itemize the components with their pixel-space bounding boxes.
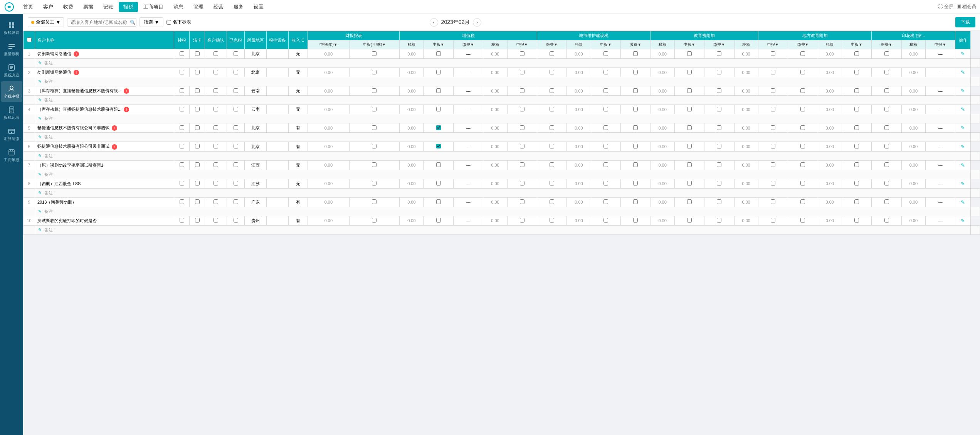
local-declare-checkbox[interactable]	[771, 70, 775, 74]
clear-card-checkbox[interactable]	[195, 218, 200, 223]
copy-tax-checkbox[interactable]	[180, 88, 184, 93]
vat-declare2-checkbox[interactable]	[520, 162, 524, 167]
client-confirm-checkbox[interactable]	[213, 70, 218, 74]
pencil-icon[interactable]: ✎	[38, 61, 42, 65]
city-pay-checkbox[interactable]	[550, 181, 554, 185]
edu-declare-checkbox[interactable]	[687, 125, 692, 130]
edu-declare-checkbox[interactable]	[687, 199, 692, 204]
sidebar-item-personal-tax[interactable]: 个税申报	[1, 81, 22, 102]
paid-tax-checkbox[interactable]	[234, 144, 238, 148]
alert-icon[interactable]: !	[124, 88, 129, 94]
local-declare2-checkbox[interactable]	[854, 51, 859, 56]
pencil-icon[interactable]: ✎	[38, 209, 42, 214]
fin-month-checkbox[interactable]	[372, 70, 377, 74]
edu-pay-checkbox[interactable]	[717, 51, 721, 56]
edit-cell[interactable]: ✎	[955, 105, 971, 114]
city-declare-checkbox[interactable]	[603, 70, 608, 74]
edu-pay-checkbox[interactable]	[717, 181, 721, 185]
paid-tax-checkbox[interactable]	[234, 218, 238, 223]
paid-tax-checkbox[interactable]	[234, 181, 238, 185]
nav-invoice[interactable]: 票据	[79, 2, 98, 12]
nav-settings[interactable]: 设置	[249, 2, 268, 12]
client-confirm-checkbox[interactable]	[213, 199, 218, 204]
city-pay-checkbox[interactable]	[550, 162, 554, 167]
alert-icon[interactable]: !	[112, 144, 117, 150]
city-pay-checkbox[interactable]	[550, 144, 554, 148]
nav-operation[interactable]: 经营	[209, 2, 228, 12]
copy-tax-checkbox[interactable]	[180, 144, 184, 148]
member-btn[interactable]: ▣ 稻会员	[956, 3, 976, 10]
sidebar-item-tax-record[interactable]: 报税记录	[1, 103, 22, 123]
search-icon[interactable]: 🔍	[130, 20, 136, 25]
alert-icon[interactable]: !	[74, 70, 79, 75]
client-confirm-checkbox[interactable]	[213, 51, 218, 56]
local-declare2-checkbox[interactable]	[854, 88, 859, 93]
named-table-checkbox[interactable]	[166, 20, 171, 25]
stamp-pay-checkbox[interactable]	[884, 88, 889, 93]
vat-declare2-checkbox[interactable]	[520, 107, 524, 111]
vat-declare-checkbox[interactable]	[436, 125, 441, 130]
edit-cell[interactable]: ✎	[955, 49, 971, 59]
local-declare2-checkbox[interactable]	[854, 162, 859, 167]
clear-card-checkbox[interactable]	[195, 70, 200, 74]
fin-month-checkbox[interactable]	[372, 218, 377, 223]
fin-month-checkbox[interactable]	[372, 162, 377, 167]
fin-month-checkbox[interactable]	[372, 181, 377, 185]
stamp-pay-checkbox[interactable]	[884, 51, 889, 56]
pencil-icon[interactable]: ✎	[38, 172, 42, 177]
client-confirm-checkbox[interactable]	[213, 162, 218, 167]
vat-declare2-checkbox[interactable]	[520, 144, 524, 148]
edu-declare-checkbox[interactable]	[687, 162, 692, 167]
city-pay2-checkbox[interactable]	[633, 51, 638, 56]
sidebar-item-settle[interactable]: 汇算清缴	[1, 124, 22, 144]
city-pay-checkbox[interactable]	[550, 125, 554, 130]
client-confirm-checkbox[interactable]	[213, 218, 218, 223]
local-declare-checkbox[interactable]	[771, 162, 775, 167]
nav-business[interactable]: 工商项目	[139, 2, 168, 12]
edit-cell[interactable]: ✎	[955, 179, 971, 188]
vat-declare2-checkbox[interactable]	[520, 88, 524, 93]
filter-button[interactable]: 筛选 ▼	[140, 17, 163, 27]
client-confirm-checkbox[interactable]	[213, 107, 218, 111]
city-declare-checkbox[interactable]	[603, 88, 608, 93]
stamp-pay-checkbox[interactable]	[884, 107, 889, 111]
edit-cell[interactable]: ✎	[955, 86, 971, 96]
sidebar-item-tax-browse[interactable]: 报税浏览	[1, 60, 22, 81]
select-all-checkbox[interactable]	[27, 37, 32, 42]
nav-home[interactable]: 首页	[18, 2, 38, 12]
nav-message[interactable]: 消息	[169, 2, 188, 12]
fin-month-checkbox[interactable]	[372, 107, 377, 111]
edu-pay-checkbox[interactable]	[717, 199, 721, 204]
copy-tax-checkbox[interactable]	[180, 181, 184, 185]
stamp-pay-checkbox[interactable]	[884, 70, 889, 74]
city-pay-checkbox[interactable]	[550, 51, 554, 56]
city-pay2-checkbox[interactable]	[633, 199, 638, 204]
city-declare-checkbox[interactable]	[603, 199, 608, 204]
vat-declare2-checkbox[interactable]	[520, 51, 524, 56]
pencil-icon[interactable]: ✎	[38, 135, 42, 139]
local-pay-checkbox[interactable]	[800, 181, 805, 185]
alert-icon[interactable]: !	[124, 107, 129, 112]
vat-declare-checkbox[interactable]	[436, 51, 441, 56]
city-declare-checkbox[interactable]	[603, 51, 608, 56]
vat-declare2-checkbox[interactable]	[520, 70, 524, 74]
pencil-icon[interactable]: ✎	[38, 98, 42, 102]
city-pay2-checkbox[interactable]	[633, 70, 638, 74]
city-declare-checkbox[interactable]	[603, 181, 608, 185]
city-pay-checkbox[interactable]	[550, 70, 554, 74]
client-confirm-checkbox[interactable]	[213, 144, 218, 148]
vat-declare2-checkbox[interactable]	[520, 218, 524, 223]
pencil-icon[interactable]: ✎	[38, 153, 42, 158]
local-declare-checkbox[interactable]	[771, 88, 775, 93]
clear-card-checkbox[interactable]	[195, 199, 200, 204]
sidebar-item-batch-tax[interactable]: 批量报税	[1, 39, 22, 59]
edu-pay-checkbox[interactable]	[717, 107, 721, 111]
edu-declare-checkbox[interactable]	[687, 107, 692, 111]
pencil-icon[interactable]: ✎	[38, 191, 42, 195]
pencil-icon[interactable]: ✎	[38, 116, 42, 121]
edu-declare-checkbox[interactable]	[687, 144, 692, 148]
local-pay-checkbox[interactable]	[800, 218, 805, 223]
vat-declare-checkbox[interactable]	[436, 218, 441, 223]
local-declare2-checkbox[interactable]	[854, 125, 859, 130]
search-input[interactable]	[71, 20, 128, 25]
